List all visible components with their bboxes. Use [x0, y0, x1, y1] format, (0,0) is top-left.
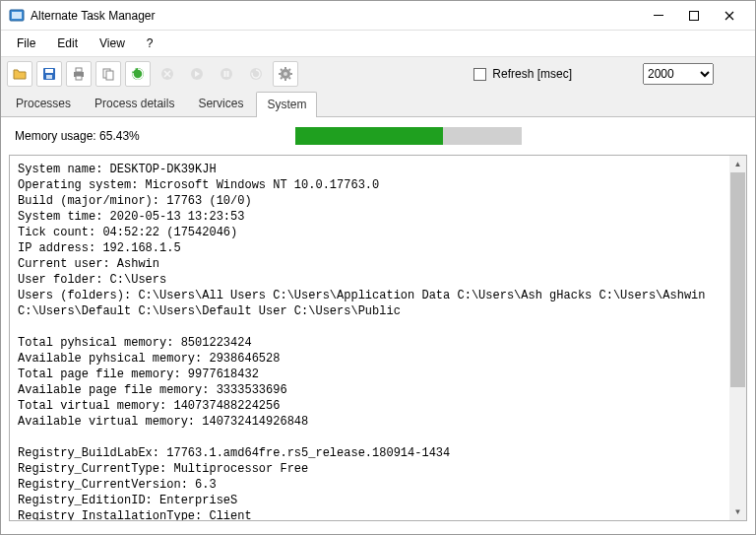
svg-point-20 — [284, 72, 287, 76]
restart-button — [243, 61, 269, 87]
minimize-button[interactable] — [641, 3, 676, 29]
menu-bar: File Edit View ? — [1, 31, 755, 56]
memory-progress-bar — [295, 127, 443, 145]
maximize-button[interactable] — [676, 3, 712, 29]
window-title: Alternate Task Manager — [31, 9, 641, 23]
refresh-checkbox[interactable] — [473, 68, 486, 81]
toolbar: Refresh [msec] 2000 — [1, 56, 755, 92]
system-info-text[interactable]: System name: DESKTOP-DK39KJH Operating s… — [10, 156, 746, 520]
memory-row: Memory usage: 65.43% — [1, 117, 755, 155]
copy-button[interactable] — [95, 61, 121, 87]
tab-process-details[interactable]: Process details — [84, 91, 185, 116]
stop-button — [155, 61, 180, 87]
tab-processes[interactable]: Processes — [5, 91, 82, 116]
print-button[interactable] — [66, 61, 92, 87]
svg-rect-5 — [45, 69, 53, 73]
scrollbar-thumb[interactable] — [730, 172, 745, 387]
svg-rect-2 — [654, 15, 663, 16]
svg-rect-17 — [227, 71, 229, 77]
scroll-down-icon[interactable]: ▼ — [729, 503, 746, 520]
menu-help[interactable]: ? — [137, 33, 163, 54]
app-icon — [9, 8, 25, 24]
close-button[interactable] — [712, 3, 747, 29]
menu-file[interactable]: File — [7, 33, 45, 54]
svg-point-15 — [220, 68, 232, 80]
svg-line-27 — [281, 78, 283, 80]
tab-system[interactable]: System — [256, 92, 317, 117]
window-controls — [641, 3, 747, 29]
svg-rect-8 — [76, 68, 82, 72]
vertical-scrollbar[interactable]: ▲ ▼ — [729, 156, 746, 520]
settings-button[interactable] — [273, 61, 298, 87]
open-button[interactable] — [7, 61, 32, 87]
memory-usage-label: Memory usage: 65.43% — [15, 129, 140, 143]
refresh-label: Refresh [msec] — [492, 67, 572, 81]
title-bar: Alternate Task Manager — [1, 1, 755, 31]
svg-line-25 — [281, 69, 283, 71]
svg-rect-11 — [106, 71, 113, 80]
scrollbar-track[interactable] — [729, 172, 746, 503]
memory-progress — [295, 127, 522, 145]
system-info-panel: System name: DESKTOP-DK39KJH Operating s… — [9, 155, 747, 521]
scroll-up-icon[interactable]: ▲ — [729, 156, 746, 172]
svg-rect-6 — [46, 75, 52, 79]
refresh-button[interactable] — [125, 61, 151, 87]
refresh-interval-select[interactable]: 2000 — [643, 63, 714, 85]
menu-edit[interactable]: Edit — [47, 33, 88, 54]
refresh-section: Refresh [msec] 2000 — [473, 63, 749, 85]
svg-line-26 — [289, 78, 291, 80]
play-button — [184, 61, 210, 87]
menu-view[interactable]: View — [90, 33, 135, 54]
pause-button — [214, 61, 239, 87]
svg-rect-1 — [12, 12, 22, 19]
tab-bar: Processes Process details Services Syste… — [1, 91, 755, 117]
svg-line-28 — [289, 69, 291, 71]
svg-rect-3 — [690, 11, 699, 20]
svg-rect-16 — [224, 71, 226, 77]
save-button[interactable] — [36, 61, 62, 87]
svg-rect-9 — [76, 76, 82, 80]
tab-services[interactable]: Services — [187, 91, 254, 116]
